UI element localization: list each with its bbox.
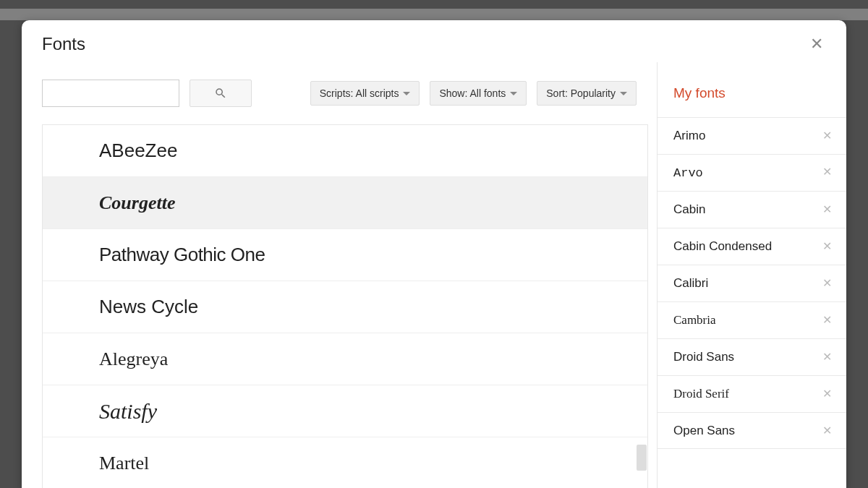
font-row[interactable]: News Cycle — [43, 281, 647, 333]
show-label: Show: All fonts — [439, 87, 506, 99]
chevron-down-icon — [510, 92, 517, 95]
font-name: Satisfy — [99, 399, 157, 424]
dialog-title: Fonts — [42, 34, 85, 54]
my-font-name: Cambria — [673, 313, 716, 328]
my-font-row[interactable]: Droid Sans✕ — [658, 338, 846, 375]
font-row[interactable]: Alegreya — [43, 333, 647, 385]
my-font-row[interactable]: Cambria✕ — [658, 301, 846, 338]
my-font-row[interactable]: Open Sans✕ — [658, 412, 846, 449]
remove-font-button[interactable]: ✕ — [822, 425, 832, 437]
my-font-row[interactable]: Arimo✕ — [658, 117, 846, 154]
close-icon: ✕ — [822, 388, 832, 400]
search-icon — [214, 87, 227, 100]
my-font-name: Arimo — [673, 129, 705, 143]
chevron-down-icon — [403, 92, 410, 95]
controls-row: Scripts: All scripts Show: All fonts Sor… — [42, 80, 657, 107]
remove-font-button[interactable]: ✕ — [822, 278, 832, 289]
scripts-label: Scripts: All scripts — [320, 87, 399, 99]
my-font-name: Cabin Condensed — [673, 239, 772, 254]
close-icon: ✕ — [822, 424, 832, 437]
search-input[interactable] — [42, 80, 179, 107]
font-name: Martel — [99, 453, 149, 474]
close-icon: ✕ — [810, 35, 823, 53]
font-row[interactable]: ABeeZee — [43, 125, 647, 177]
chevron-down-icon — [620, 92, 627, 95]
remove-font-button[interactable]: ✕ — [822, 130, 832, 142]
scripts-filter[interactable]: Scripts: All scripts — [310, 81, 420, 106]
font-list[interactable]: ABeeZeeCourgettePathway Gothic OneNews C… — [42, 124, 648, 488]
font-name: Alegreya — [99, 348, 168, 370]
close-icon: ✕ — [822, 277, 832, 289]
my-font-row[interactable]: Cabin✕ — [658, 191, 846, 228]
dialog-header: Fonts ✕ — [22, 20, 846, 62]
close-icon: ✕ — [822, 129, 832, 142]
close-icon: ✕ — [822, 314, 832, 326]
font-row[interactable]: Satisfy — [43, 385, 647, 437]
close-icon: ✕ — [822, 166, 832, 179]
remove-font-button[interactable]: ✕ — [822, 204, 832, 215]
remove-font-button[interactable]: ✕ — [822, 314, 832, 326]
search-button[interactable] — [190, 80, 252, 107]
my-fonts-list: Arimo✕Arvo✕Cabin✕Cabin Condensed✕Calibri… — [658, 117, 846, 449]
my-font-row[interactable]: Calibri✕ — [658, 265, 846, 301]
my-font-name: Droid Serif — [673, 387, 729, 401]
font-row[interactable]: Pathway Gothic One — [43, 229, 647, 281]
sort-label: Sort: Popularity — [546, 87, 616, 99]
font-row[interactable]: Courgette — [43, 177, 647, 229]
left-pane: Scripts: All scripts Show: All fonts Sor… — [22, 62, 657, 488]
sort-filter[interactable]: Sort: Popularity — [537, 81, 637, 106]
show-filter[interactable]: Show: All fonts — [430, 81, 527, 106]
close-icon: ✕ — [822, 351, 832, 363]
right-pane: My fonts Arimo✕Arvo✕Cabin✕Cabin Condense… — [657, 62, 846, 488]
my-font-name: Droid Sans — [673, 350, 734, 364]
close-button[interactable]: ✕ — [807, 33, 826, 55]
my-fonts-title: My fonts — [658, 80, 846, 117]
scrollbar-thumb[interactable] — [637, 445, 647, 471]
remove-font-button[interactable]: ✕ — [822, 241, 832, 252]
font-name: ABeeZee — [99, 140, 177, 162]
app-backdrop — [0, 0, 868, 20]
font-row[interactable]: Martel — [43, 437, 647, 488]
remove-font-button[interactable]: ✕ — [822, 167, 832, 179]
remove-font-button[interactable]: ✕ — [822, 388, 832, 400]
my-font-name: Cabin — [673, 202, 705, 217]
remove-font-button[interactable]: ✕ — [822, 351, 832, 363]
my-font-name: Calibri — [673, 276, 708, 291]
dialog-body: Scripts: All scripts Show: All fonts Sor… — [22, 62, 846, 488]
close-icon: ✕ — [822, 240, 832, 252]
my-font-row[interactable]: Arvo✕ — [658, 154, 846, 191]
font-name: News Cycle — [99, 296, 198, 318]
font-name: Pathway Gothic One — [99, 244, 265, 266]
fonts-dialog: Fonts ✕ Scripts: All scripts Show: All f… — [22, 20, 846, 488]
my-font-row[interactable]: Droid Serif✕ — [658, 375, 846, 412]
my-font-name: Arvo — [673, 166, 703, 180]
close-icon: ✕ — [822, 203, 832, 215]
my-font-name: Open Sans — [673, 424, 735, 438]
font-name: Courgette — [99, 192, 175, 214]
my-font-row[interactable]: Cabin Condensed✕ — [658, 228, 846, 265]
